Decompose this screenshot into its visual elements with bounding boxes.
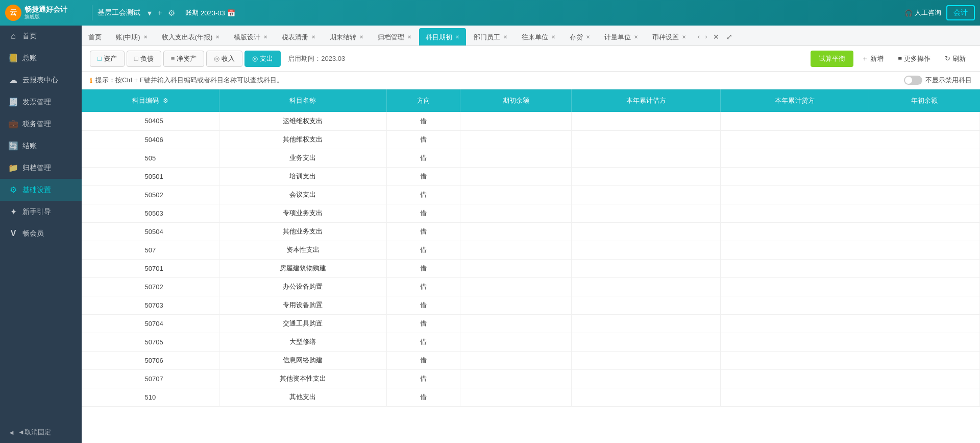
table-row[interactable]: 50703 专用设备购置 借 bbox=[82, 296, 980, 314]
sidebar-item-vip[interactable]: V 畅会员 bbox=[0, 223, 82, 244]
tab-inventory[interactable]: 存货 ✕ bbox=[563, 28, 597, 45]
tab-mid-period-close[interactable]: ✕ bbox=[143, 34, 148, 40]
tab-template[interactable]: 模版设计 ✕ bbox=[227, 28, 274, 45]
tab-dept[interactable]: 部门员工 ✕ bbox=[467, 28, 514, 45]
cell-period-balance-4 bbox=[460, 185, 572, 204]
tab-expand-btn[interactable]: ⤢ bbox=[723, 32, 736, 42]
tab-subject-init-label: 科目期初 bbox=[426, 33, 452, 42]
tab-tax-list[interactable]: 税表清册 ✕ bbox=[275, 28, 322, 45]
tab-close-all-btn[interactable]: ✕ bbox=[710, 32, 722, 42]
tab-currency-close[interactable]: ✕ bbox=[682, 34, 686, 40]
sidebar-collapse-btn[interactable]: ◄ ◄取消固定 bbox=[0, 422, 82, 443]
category-tab-liability[interactable]: □ 负债 bbox=[127, 51, 161, 67]
refresh-button[interactable]: ↻ 刷新 bbox=[939, 51, 972, 66]
tab-subject-init[interactable]: 科目期初 ✕ bbox=[419, 28, 466, 45]
settings-icon[interactable]: ⚙ bbox=[168, 8, 175, 18]
table-row[interactable]: 505 业务支出 借 bbox=[82, 149, 980, 167]
category-tab-net-asset[interactable]: ≡ 净资产 bbox=[163, 51, 205, 67]
vip-icon: V bbox=[8, 229, 18, 238]
cell-dir-1: 借 bbox=[387, 130, 460, 149]
table-row[interactable]: 50701 房屋建筑物购建 借 bbox=[82, 259, 980, 277]
tab-subject-init-close[interactable]: ✕ bbox=[455, 34, 459, 40]
calendar-icon[interactable]: 📅 bbox=[227, 9, 235, 17]
tab-period-end-close[interactable]: ✕ bbox=[359, 34, 363, 40]
tab-period-end[interactable]: 期末结转 ✕ bbox=[323, 28, 370, 45]
table-row[interactable]: 510 其他支出 借 bbox=[82, 388, 980, 406]
table-row[interactable]: 50706 信息网络购建 借 bbox=[82, 351, 980, 369]
sidebar-item-guide[interactable]: ✦ 新手引导 bbox=[0, 201, 82, 223]
balance-button[interactable]: 试算平衡 bbox=[811, 51, 853, 67]
cell-year-balance-13 bbox=[869, 351, 980, 369]
table-row[interactable]: 50501 培训支出 借 bbox=[82, 167, 980, 185]
cell-code-11: 50704 bbox=[82, 314, 219, 333]
col-gear-icon[interactable]: ⚙ bbox=[163, 97, 168, 104]
switch-track[interactable] bbox=[904, 76, 922, 85]
disable-toggle[interactable]: 不显示禁用科目 bbox=[904, 76, 972, 85]
sidebar-item-home[interactable]: ⌂ 首页 bbox=[0, 26, 82, 47]
table-row[interactable]: 50707 其他资本性支出 借 bbox=[82, 369, 980, 388]
cell-year-debit-5 bbox=[572, 204, 721, 222]
more-actions-button[interactable]: ≡ 更多操作 bbox=[892, 51, 937, 66]
sidebar-label-home: 首页 bbox=[22, 32, 37, 41]
collapse-label: ◄取消固定 bbox=[18, 428, 51, 437]
table-row[interactable]: 50704 交通工具购置 借 bbox=[82, 314, 980, 333]
ai-consult-btn[interactable]: 🎧 人工咨询 bbox=[904, 8, 941, 17]
cell-year-debit-3 bbox=[572, 167, 721, 185]
table-row[interactable]: 50503 专项业务支出 借 bbox=[82, 204, 980, 222]
tab-unit-close[interactable]: ✕ bbox=[634, 34, 638, 40]
sidebar-label-invoice: 发票管理 bbox=[22, 98, 51, 107]
sidebar-item-general-ledger[interactable]: 📒 总账 bbox=[0, 47, 82, 69]
toggle-label: 不显示禁用科目 bbox=[925, 76, 972, 85]
tab-bar: 首页 账(中期) ✕ 收入支出表(年报) ✕ 模版设计 ✕ 税表清册 ✕ 期末结… bbox=[82, 26, 980, 46]
tab-inventory-close[interactable]: ✕ bbox=[586, 34, 590, 40]
tab-home[interactable]: 首页 bbox=[82, 28, 108, 45]
add-tab-icon[interactable]: ＋ bbox=[156, 8, 164, 18]
tab-template-close[interactable]: ✕ bbox=[263, 34, 267, 40]
tab-unit-label: 计量单位 bbox=[604, 33, 631, 42]
cell-name-9: 办公设备购置 bbox=[219, 277, 386, 296]
sidebar-item-invoice[interactable]: 🧾 发票管理 bbox=[0, 91, 82, 113]
sidebar-label-general-ledger: 总账 bbox=[22, 54, 37, 63]
sidebar-item-tax[interactable]: 💼 税务管理 bbox=[0, 113, 82, 135]
category-tab-expense-label: 支出 bbox=[260, 54, 273, 63]
add-button[interactable]: ＋ 新增 bbox=[855, 51, 890, 66]
table-row[interactable]: 50502 会议支出 借 bbox=[82, 185, 980, 204]
headset-icon: 🎧 bbox=[904, 9, 913, 17]
logo-text-group: 畅捷通好会计 旗舰版 bbox=[24, 5, 67, 21]
tab-counterpart[interactable]: 往来单位 ✕ bbox=[515, 28, 562, 45]
table-row[interactable]: 50405 运维维权支出 借 bbox=[82, 112, 980, 130]
tab-currency[interactable]: 币种设置 ✕ bbox=[646, 28, 693, 45]
table-row[interactable]: 50702 办公设备购置 借 bbox=[82, 277, 980, 296]
tab-unit[interactable]: 计量单位 ✕ bbox=[598, 28, 645, 45]
tab-archive-close[interactable]: ✕ bbox=[407, 34, 411, 40]
table-row[interactable]: 507 资本性支出 借 bbox=[82, 241, 980, 259]
tab-income-report[interactable]: 收入支出表(年报) ✕ bbox=[155, 28, 227, 45]
dropdown-icon[interactable]: ▾ bbox=[148, 8, 152, 18]
sidebar-item-basic-settings[interactable]: ⚙ 基础设置 bbox=[0, 179, 82, 201]
sidebar-item-checkout[interactable]: 🔄 结账 bbox=[0, 135, 82, 157]
cell-year-debit-1 bbox=[572, 130, 721, 149]
category-tab-asset[interactable]: □ 资产 bbox=[90, 51, 125, 67]
tab-counterpart-close[interactable]: ✕ bbox=[551, 34, 555, 40]
table-row[interactable]: 50705 大型修缮 借 bbox=[82, 333, 980, 351]
company-name[interactable]: 基层工会测试 bbox=[97, 8, 140, 17]
tab-dept-close[interactable]: ✕ bbox=[503, 34, 507, 40]
tab-tax-list-close[interactable]: ✕ bbox=[311, 34, 315, 40]
sidebar: ⌂ 首页 📒 总账 ☁ 云报表中心 🧾 发票管理 💼 税务管理 🔄 结账 📁 归… bbox=[0, 26, 82, 443]
tab-prev-arrow[interactable]: ‹ bbox=[696, 32, 702, 41]
tab-income-report-close[interactable]: ✕ bbox=[215, 34, 219, 40]
kuaiji-button[interactable]: 会计 bbox=[946, 5, 975, 20]
category-tab-expense[interactable]: ◎ 支出 bbox=[244, 51, 281, 67]
tab-next-arrow[interactable]: › bbox=[703, 32, 709, 41]
col-code: 科目编码 ⚙ bbox=[82, 89, 219, 112]
cell-year-credit-0 bbox=[720, 112, 869, 130]
category-tab-income[interactable]: ◎ 收入 bbox=[206, 51, 242, 67]
sidebar-item-archive[interactable]: 📁 归档管理 bbox=[0, 157, 82, 179]
sidebar-item-reports[interactable]: ☁ 云报表中心 bbox=[0, 69, 82, 91]
income-icon: ◎ bbox=[214, 55, 219, 62]
tab-mid-period[interactable]: 账(中期) ✕ bbox=[109, 28, 154, 45]
tab-archive[interactable]: 归档管理 ✕ bbox=[371, 28, 418, 45]
table-row[interactable]: 50504 其他业务支出 借 bbox=[82, 222, 980, 241]
table-row[interactable]: 50406 其他维权支出 借 bbox=[82, 130, 980, 149]
sidebar-label-basic-settings: 基础设置 bbox=[22, 185, 51, 195]
